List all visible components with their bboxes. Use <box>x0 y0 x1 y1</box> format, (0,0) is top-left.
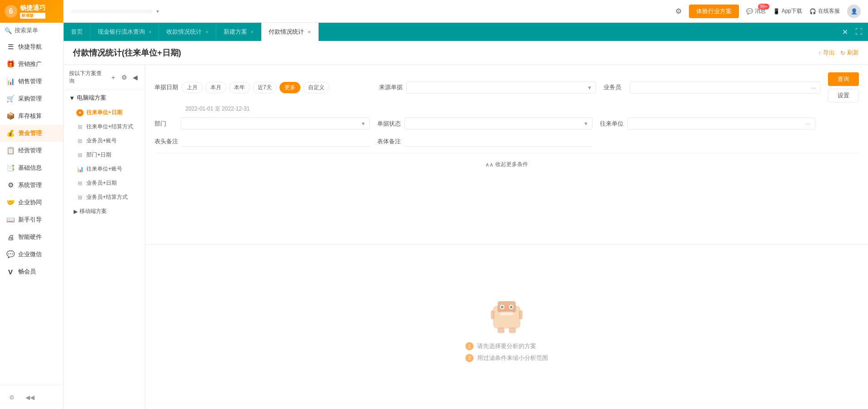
sidebar-item-label: 企业微信 <box>18 250 42 258</box>
tab-home[interactable]: 首页 <box>64 23 90 41</box>
sidebar-item-quick-nav[interactable]: ☰ 快捷导航 <box>0 38 63 56</box>
refresh-label: 刷新 <box>847 49 859 57</box>
filter-staff-dots: ··· <box>811 84 816 91</box>
export-btn[interactable]: ↑ 导出 <box>818 49 835 57</box>
sidebar-item-marketing[interactable]: 🎁 营销推广 <box>0 56 63 73</box>
tab-bank-flow-close[interactable]: × <box>149 29 151 35</box>
sidebar-item-basic-info[interactable]: 📑 基础信息 <box>0 159 63 177</box>
scheme-item-staff-account[interactable]: ⊞ 业务员+账号 <box>64 134 145 148</box>
tab-new-scheme[interactable]: 新建方案 × <box>216 23 261 41</box>
hardware-icon: 🖨 <box>6 233 15 241</box>
scheme-group-mobile-header[interactable]: ▶ 移动端方案 <box>64 204 145 218</box>
tab-new-scheme-close[interactable]: × <box>251 29 254 35</box>
scheme-item-staff-date[interactable]: ⊞ 业务员+日期 <box>64 176 145 190</box>
scheme-settings-btn[interactable]: ⚙ <box>120 73 129 82</box>
message-btn[interactable]: 💬 消息 99+ <box>746 7 766 15</box>
sidebar-item-label: 系统管理 <box>18 181 42 189</box>
date-btn-more[interactable]: 更多 <box>279 82 300 93</box>
scheme-item-party-account[interactable]: 📊 往来单位+账号 <box>64 162 145 176</box>
sidebar-item-newbie[interactable]: 📖 新手引导 <box>0 211 63 228</box>
tab-payment-stats-close[interactable]: × <box>308 29 310 35</box>
filter-staff-select[interactable]: ··· <box>630 81 821 94</box>
date-btn-7days[interactable]: 近7天 <box>253 82 277 93</box>
sidebar-item-sales[interactable]: 📊 销售管理 <box>0 73 63 90</box>
sidebar-item-label: 经营管理 <box>18 146 42 155</box>
empty-illustration <box>484 292 529 338</box>
filter-dept-field: 部门 ▾ <box>155 117 370 130</box>
filter-date-btns: 上月 本月 本年 近7天 更多 自定义 <box>182 82 329 93</box>
content-area: 按以下方案查询 + ⚙ ◀ ▼ 电脑端方案 ● 往来单位+日期 <box>64 65 868 409</box>
scheme-group-mobile: ▶ 移动端方案 <box>64 204 145 218</box>
online-service-btn[interactable]: 🎧 在线客服 <box>809 7 840 15</box>
filter-source-field: 来源单据 ▾ <box>379 81 596 94</box>
collapse-more-row: ∧∧ 收起更多条件 <box>155 153 859 172</box>
collapse-more-btn[interactable]: ∧∧ 收起更多条件 <box>155 157 859 172</box>
filter-header-note-input[interactable] <box>182 136 370 146</box>
search-label: 搜索菜单 <box>15 26 38 35</box>
hint-item-1: 1 请先选择要分析的方案 <box>465 342 548 350</box>
scheme-group-desktop-header[interactable]: ▼ 电脑端方案 <box>64 90 145 106</box>
svg-rect-10 <box>509 328 516 333</box>
filter-staff-label: 业务员 <box>604 83 626 91</box>
scheme-item-staff-settle[interactable]: ⊞ 业务员+结算方式 <box>64 190 145 204</box>
filter-panel: 单据日期 上月 本月 本年 近7天 更多 自定义 来源单据 <box>145 65 868 244</box>
scheme-grid-icon: ⊞ <box>76 123 84 131</box>
scheme-collapse-btn[interactable]: ◀ <box>130 73 140 82</box>
message-badge: 99+ <box>758 4 769 10</box>
svg-rect-8 <box>519 310 523 319</box>
scheme-item-dept-date[interactable]: ⊞ 部门+日期 <box>64 148 145 162</box>
query-btn[interactable]: 查询 <box>828 72 859 86</box>
export-icon: ↑ <box>818 50 822 56</box>
topbar-settings-icon[interactable]: ⚙ <box>675 7 682 15</box>
sidebar-item-enterprise[interactable]: 🤝 企业协同 <box>0 194 63 211</box>
trial-btn[interactable]: 体验行业方案 <box>689 5 739 18</box>
filter-body-note-input[interactable] <box>404 136 593 146</box>
filter-settings-btn[interactable]: 设置 <box>828 89 859 102</box>
scheme-item-party-settle[interactable]: ⊞ 往来单位+结算方式 <box>64 120 145 134</box>
date-btn-custom[interactable]: 自定义 <box>303 82 329 93</box>
search-menu[interactable]: 🔍 搜索菜单 <box>0 23 63 38</box>
logo-char: 6 <box>9 7 13 15</box>
sidebar-item-system[interactable]: ⚙ 系统管理 <box>0 177 63 194</box>
sidebar-item-wechat[interactable]: 💬 企业微信 <box>0 246 63 263</box>
basic-info-icon: 📑 <box>6 164 15 172</box>
filter-party-select[interactable]: ··· <box>627 117 815 130</box>
sidebar-item-purchase[interactable]: 🛒 采购管理 <box>0 90 63 107</box>
filter-docstatus-select[interactable]: ▾ <box>404 117 593 130</box>
app-badge: 标准版 <box>20 13 45 19</box>
sidebar-item-capital[interactable]: 💰 资金管理 <box>0 125 63 142</box>
scheme-item-party-date[interactable]: ● 往来单位+日期 <box>64 106 145 120</box>
tab-payment-stats[interactable]: 付款情况统计 × <box>261 23 318 41</box>
filter-source-select[interactable]: ▾ <box>406 81 596 94</box>
address-dropdown-icon[interactable]: ▾ <box>156 8 159 15</box>
filter-party-label: 往来单位 <box>600 120 624 128</box>
refresh-btn[interactable]: ↻ 刷新 <box>840 49 859 57</box>
app-download-btn[interactable]: 📱 App下载 <box>773 7 802 15</box>
date-btn-last-month[interactable]: 上月 <box>182 82 203 93</box>
date-btn-this-month[interactable]: 本月 <box>205 82 226 93</box>
filter-staff-field: 业务员 ··· <box>604 81 821 94</box>
sidebar-settings-btn[interactable]: ⚙ <box>5 390 19 404</box>
scheme-grid-icon2: ⊞ <box>76 137 84 145</box>
sidebar-item-operation[interactable]: 📋 经营管理 <box>0 142 63 159</box>
sidebar-item-inventory[interactable]: 📦 库存核算 <box>0 107 63 125</box>
topbar: ▾ ⚙ 体验行业方案 💬 消息 99+ 📱 App下载 🎧 在线客服 👤 <box>64 0 868 23</box>
date-btn-this-year[interactable]: 本年 <box>229 82 250 93</box>
sidebar-item-hardware[interactable]: 🖨 智能硬件 <box>0 228 63 246</box>
tab-receipt-stats-close[interactable]: × <box>205 29 208 35</box>
tab-close-all-btn[interactable]: ✕ <box>840 28 850 36</box>
hint-text-2: 用过滤条件来缩小分析范围 <box>477 354 548 362</box>
sidebar-collapse-btn[interactable]: ◀◀ <box>23 390 37 404</box>
filter-body-note-label: 表体备注 <box>377 137 401 146</box>
tab-bank-flow[interactable]: 现金银行流水查询 × <box>90 23 159 41</box>
sidebar-item-member[interactable]: V 畅会员 <box>0 263 63 280</box>
hint-num-2: 2 <box>465 354 474 362</box>
topbar-address-bar: ▾ <box>71 8 670 15</box>
tab-receipt-stats[interactable]: 收款情况统计 × <box>159 23 216 41</box>
tab-maximize-btn[interactable]: ⛶ <box>853 28 864 36</box>
filter-dept-select[interactable]: ▾ <box>181 117 370 130</box>
sidebar-item-label: 库存核算 <box>18 112 42 120</box>
scheme-add-btn[interactable]: + <box>109 73 118 82</box>
operation-icon: 📋 <box>6 146 15 155</box>
user-avatar[interactable]: 👤 <box>847 5 861 18</box>
